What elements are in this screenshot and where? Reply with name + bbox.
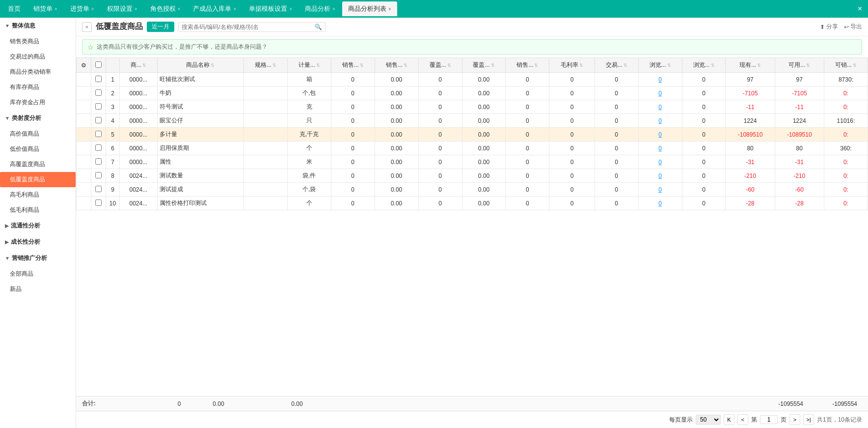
row-checkbox[interactable]	[91, 169, 106, 183]
sort-saleable-icon[interactable]: ⇅	[853, 63, 857, 68]
nav-close-purchase-order[interactable]: ×	[91, 6, 94, 12]
col-code[interactable]: 商... ⇅	[120, 58, 158, 73]
per-page-select[interactable]: 50 20 100	[696, 415, 721, 425]
row-checkbox[interactable]	[91, 155, 106, 169]
sidebar-item-high-gross[interactable]: 高毛利商品	[0, 187, 76, 202]
sidebar-item-all-goods[interactable]: 全部商品	[0, 266, 76, 282]
col-checkbox[interactable]	[91, 58, 106, 73]
row-checkbox[interactable]	[91, 197, 106, 210]
row-browse1[interactable]: 0	[638, 183, 682, 197]
sidebar-item-low-gross[interactable]: 低毛利商品	[0, 202, 76, 218]
row-checkbox[interactable]	[91, 73, 106, 86]
sidebar-group-overall[interactable]: ▼ 整体信息	[0, 18, 76, 34]
nav-goods-analysis[interactable]: 商品分析 ×	[299, 1, 341, 16]
search-icon[interactable]: 🔍	[315, 24, 322, 30]
row-browse1[interactable]: 0	[638, 86, 682, 100]
nav-close-permissions[interactable]: ×	[135, 6, 137, 12]
table-wrapper[interactable]: ⚙ 商... ⇅	[76, 57, 868, 396]
sort-available-icon[interactable]: ⇅	[806, 63, 810, 68]
col-unit[interactable]: 计量... ⇅	[287, 58, 331, 73]
export-btn[interactable]: ↩ 导出	[844, 23, 862, 31]
col-sales-amt[interactable]: 销售... ⇅	[375, 58, 418, 73]
col-gross-rate[interactable]: 毛利率 ⇅	[549, 58, 595, 73]
sidebar-item-sales-goods[interactable]: 销售类商品	[0, 34, 76, 49]
row-browse1[interactable]: 0	[638, 100, 682, 114]
sort-current-icon[interactable]: ⇅	[757, 63, 761, 68]
prev-page-btn[interactable]: <	[737, 414, 748, 425]
col-trans[interactable]: 交易... ⇅	[595, 58, 638, 73]
nav-close-roles[interactable]: ×	[178, 6, 181, 12]
col-cover1[interactable]: 覆盖... ⇅	[418, 58, 462, 73]
nav-goods-analysis-list[interactable]: 商品分析列表 ×	[342, 1, 397, 16]
sort-cover1-icon[interactable]: ⇅	[447, 63, 451, 68]
sort-sales2-icon[interactable]: ⇅	[534, 63, 538, 68]
sort-spec-icon[interactable]: ⇅	[272, 63, 276, 68]
sidebar-item-traded-goods[interactable]: 交易过的商品	[0, 49, 76, 64]
col-available[interactable]: 可用... ⇅	[775, 58, 824, 73]
row-browse1[interactable]: 0	[638, 114, 682, 128]
sort-cover2-icon[interactable]: ⇅	[491, 63, 495, 68]
col-current[interactable]: 现有... ⇅	[726, 58, 775, 73]
settings-icon[interactable]: ⚙	[81, 62, 86, 69]
page-input[interactable]	[760, 415, 778, 424]
col-browse1[interactable]: 浏览... ⇅	[638, 58, 682, 73]
nav-purchase-order[interactable]: 进货单 ×	[64, 1, 100, 16]
col-spec[interactable]: 规格... ⇅	[244, 58, 287, 73]
col-sales2[interactable]: 销售... ⇅	[506, 58, 549, 73]
sort-code-icon[interactable]: ⇅	[142, 63, 146, 68]
sidebar-group-growth[interactable]: ▶ 成长性分析	[0, 234, 76, 250]
sort-browse2-icon[interactable]: ⇅	[711, 63, 715, 68]
sort-unit-icon[interactable]: ⇅	[316, 63, 320, 68]
sidebar-item-stocked-goods[interactable]: 有库存商品	[0, 80, 76, 95]
row-browse1[interactable]: 0	[638, 197, 682, 210]
window-close-btn[interactable]: ×	[854, 2, 866, 15]
sort-sales-qty-icon[interactable]: ⇅	[360, 63, 364, 68]
row-browse1[interactable]: 0	[638, 128, 682, 142]
col-name[interactable]: 商品名称 ⇅	[157, 58, 244, 73]
nav-close-goods-analysis[interactable]: ×	[332, 6, 335, 12]
col-browse2[interactable]: 浏览... ⇅	[682, 58, 726, 73]
row-browse1[interactable]: 0	[638, 169, 682, 183]
sidebar-item-high-value[interactable]: 高价值商品	[0, 126, 76, 142]
row-browse1[interactable]: 0	[638, 155, 682, 169]
nav-template[interactable]: 单据模板设置 ×	[243, 1, 298, 16]
nav-close-template[interactable]: ×	[289, 6, 292, 12]
sidebar-group-category[interactable]: ▼ 类射度分析	[0, 110, 76, 126]
sidebar-item-category-sales-rate[interactable]: 商品分类动销率	[0, 64, 76, 80]
sort-sales-amt-icon[interactable]: ⇅	[404, 63, 407, 68]
row-checkbox[interactable]	[91, 128, 106, 142]
sidebar-group-marketing[interactable]: ▼ 营销推广分析	[0, 250, 76, 266]
first-page-btn[interactable]: K	[724, 414, 734, 425]
nav-home[interactable]: 首页	[2, 1, 27, 16]
row-checkbox[interactable]	[91, 142, 106, 155]
collapse-sidebar-btn[interactable]: «	[82, 22, 92, 32]
sort-gross-rate-icon[interactable]: ⇅	[579, 63, 583, 68]
select-all-checkbox[interactable]	[95, 61, 102, 68]
sidebar-item-low-coverage[interactable]: 低覆盖度商品	[0, 172, 76, 187]
last-page-btn[interactable]: >|	[803, 414, 814, 425]
sidebar-item-new-goods[interactable]: 新品	[0, 282, 76, 297]
col-cover2[interactable]: 覆盖... ⇅	[462, 58, 506, 73]
sidebar-item-high-coverage[interactable]: 高覆盖度商品	[0, 157, 76, 172]
sidebar-item-stock-capital[interactable]: 库存资金占用	[0, 95, 76, 110]
nav-close-sales-order[interactable]: ×	[54, 6, 57, 12]
nav-roles[interactable]: 角色授权 ×	[144, 1, 187, 16]
sidebar-group-liquidity[interactable]: ▶ 流通性分析	[0, 218, 76, 234]
row-browse1[interactable]: 0	[638, 142, 682, 155]
row-checkbox[interactable]	[91, 100, 106, 114]
row-browse1[interactable]: 0	[638, 73, 682, 86]
next-page-btn[interactable]: >	[789, 414, 800, 425]
nav-close-goods-analysis-list[interactable]: ×	[388, 6, 391, 12]
search-input[interactable]	[182, 24, 313, 30]
col-sales-qty[interactable]: 销售... ⇅	[331, 58, 375, 73]
row-checkbox[interactable]	[91, 183, 106, 197]
sort-name-icon[interactable]: ⇅	[211, 63, 215, 68]
sort-browse1-icon[interactable]: ⇅	[667, 63, 671, 68]
sidebar-item-low-value[interactable]: 低价值商品	[0, 142, 76, 157]
col-saleable[interactable]: 可销... ⇅	[824, 58, 868, 73]
row-checkbox[interactable]	[91, 114, 106, 128]
col-settings[interactable]: ⚙	[77, 58, 91, 73]
share-btn[interactable]: ⬆ 分享	[820, 23, 838, 31]
nav-sales-order[interactable]: 销货单 ×	[27, 1, 63, 16]
time-filter-btn[interactable]: 近一月	[147, 22, 174, 32]
